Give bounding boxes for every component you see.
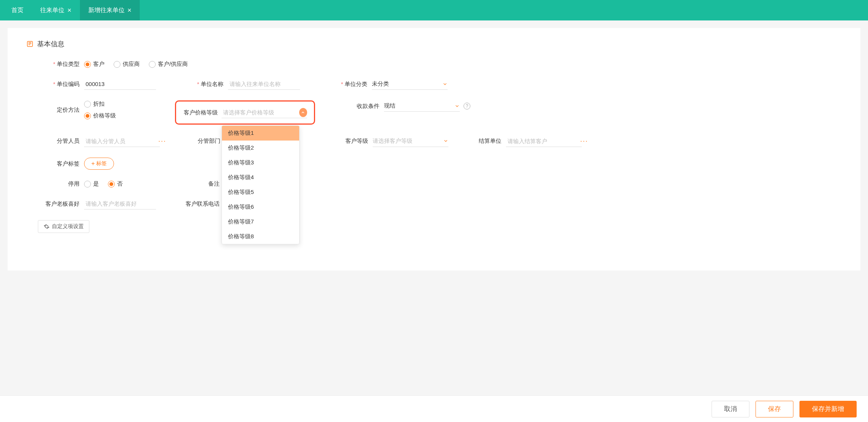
- label-settle-unit: 结算单位: [471, 138, 501, 145]
- chevron-down-icon: [443, 138, 448, 144]
- unit-type-radios: 客户 供应商 客户/供应商: [84, 61, 265, 68]
- chevron-up-icon[interactable]: [299, 108, 307, 117]
- price-level-highlight: 客户价格等级 价格等级1 价格等级2 价格等级3 价格等级4 价格等级5: [175, 100, 315, 125]
- tab-new-contact[interactable]: 新增往来单位 ×: [80, 0, 140, 20]
- chevron-down-icon: [454, 103, 460, 109]
- customer-level-select[interactable]: 请选择客户等级: [373, 136, 448, 147]
- label-boss-hobby: 客户老板喜好: [38, 200, 80, 208]
- info-icon: [27, 41, 33, 47]
- disabled-radios: 是 否: [84, 180, 159, 188]
- tabs-bar: 首页 往来单位 × 新增往来单位 ×: [0, 0, 868, 20]
- unit-name-input[interactable]: [228, 78, 300, 90]
- label-unit-name: *单位名称: [182, 81, 223, 88]
- label-manager: 分管人员: [38, 138, 80, 145]
- dropdown-item[interactable]: 价格等级1: [222, 126, 299, 141]
- gear-icon: [44, 224, 50, 230]
- radio-customer[interactable]: 客户: [84, 61, 105, 68]
- price-level-dropdown: 价格等级1 价格等级2 价格等级3 价格等级4 价格等级5 价格等级6 价格等级…: [222, 125, 300, 244]
- help-icon[interactable]: ?: [464, 103, 470, 109]
- more-icon[interactable]: ···: [158, 138, 166, 144]
- dropdown-item[interactable]: 价格等级2: [222, 141, 299, 155]
- tab-home[interactable]: 首页: [3, 0, 32, 20]
- dropdown-item[interactable]: 价格等级5: [222, 185, 299, 200]
- dropdown-item[interactable]: 价格等级8: [222, 229, 299, 244]
- label-customer-tag: 客户标签: [38, 160, 80, 167]
- label-unit-type: *单位类型: [38, 61, 80, 68]
- pricing-method-radios: 折扣 价格等级: [84, 100, 159, 119]
- label-receipt-condition: 收款条件: [338, 103, 379, 110]
- settle-unit-input[interactable]: [506, 135, 578, 147]
- more-icon[interactable]: ···: [580, 138, 588, 144]
- chevron-down-icon: [442, 81, 448, 87]
- radio-no[interactable]: 否: [108, 180, 123, 188]
- tab-contacts[interactable]: 往来单位 ×: [32, 0, 80, 20]
- close-icon[interactable]: ×: [67, 7, 72, 14]
- label-customer-level: 客户等级: [326, 138, 368, 145]
- label-contact-phone: 客户联系电话: [182, 200, 220, 208]
- dropdown-item[interactable]: 价格等级4: [222, 170, 299, 185]
- tab-label: 首页: [11, 6, 23, 14]
- radio-both[interactable]: 客户/供应商: [149, 61, 188, 68]
- close-icon[interactable]: ×: [128, 7, 132, 14]
- label-price-level: 客户价格等级: [183, 109, 218, 116]
- section-title-text: 基本信息: [37, 39, 64, 48]
- plus-icon: +: [91, 160, 95, 167]
- label-pricing-method: 定价方法: [38, 106, 80, 114]
- section-title: 基本信息: [27, 39, 845, 48]
- form-panel: 基本信息 *单位类型 客户 供应商 客户/供应商 *单位编码 *单位名称: [8, 28, 860, 270]
- manager-input[interactable]: [84, 135, 156, 147]
- dropdown-item[interactable]: 价格等级7: [222, 214, 299, 229]
- label-unit-code: *单位编码: [38, 81, 80, 88]
- tab-label: 往来单位: [40, 6, 64, 14]
- unit-code-input[interactable]: [84, 78, 156, 90]
- custom-fields-button[interactable]: 自定义项设置: [38, 220, 89, 233]
- label-department: 分管部门: [183, 138, 220, 145]
- price-level-input[interactable]: [222, 108, 297, 116]
- price-level-select[interactable]: 价格等级1 价格等级2 价格等级3 价格等级4 价格等级5 价格等级6 价格等级…: [222, 107, 307, 118]
- add-tag-button[interactable]: +标签: [84, 158, 114, 170]
- radio-discount[interactable]: 折扣: [84, 100, 105, 108]
- label-remark: 备注: [182, 180, 220, 188]
- label-disabled: 停用: [38, 180, 80, 188]
- receipt-condition-select[interactable]: 现结: [384, 100, 460, 112]
- dropdown-item[interactable]: 价格等级3: [222, 155, 299, 170]
- radio-price-level[interactable]: 价格等级: [84, 112, 116, 119]
- radio-yes[interactable]: 是: [84, 180, 99, 188]
- tab-label: 新增往来单位: [88, 6, 125, 14]
- unit-category-select[interactable]: 未分类: [372, 78, 448, 90]
- boss-hobby-input[interactable]: [84, 198, 156, 209]
- dropdown-item[interactable]: 价格等级6: [222, 200, 299, 214]
- radio-supplier[interactable]: 供应商: [114, 61, 140, 68]
- label-unit-category: *单位分类: [326, 81, 367, 88]
